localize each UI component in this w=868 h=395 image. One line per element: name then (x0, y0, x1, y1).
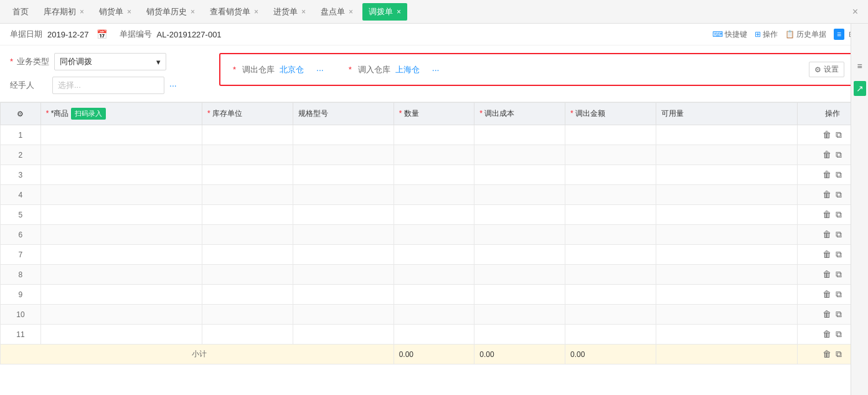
row-spec[interactable] (293, 205, 394, 225)
row-amount[interactable] (565, 205, 656, 225)
row-qty[interactable] (394, 225, 474, 245)
row-spec[interactable] (293, 305, 394, 325)
right-panel-export-icon[interactable]: ↗ (854, 81, 866, 96)
delete-icon[interactable]: 🗑 (821, 308, 833, 320)
copy-icon[interactable]: ⧉ (834, 188, 843, 201)
delete-icon[interactable]: 🗑 (821, 128, 833, 141)
tab-inventory-init-close[interactable]: × (80, 7, 84, 16)
row-spec[interactable] (293, 185, 394, 205)
tab-purchase-order[interactable]: 进货单 × (266, 0, 313, 24)
row-cost[interactable] (474, 125, 565, 145)
warehouse-out-value[interactable]: 北京仓 (280, 64, 304, 75)
scan-button[interactable]: 扫码录入 (71, 108, 106, 120)
delete-icon[interactable]: 🗑 (821, 268, 833, 280)
row-spec[interactable] (293, 225, 394, 245)
history-btn[interactable]: 📋 历史单据 (785, 29, 826, 40)
row-spec[interactable] (293, 145, 394, 165)
row-qty[interactable] (394, 145, 474, 165)
row-goods[interactable] (40, 245, 202, 265)
delete-icon[interactable]: 🗑 (821, 288, 833, 300)
copy-icon[interactable]: ⧉ (834, 308, 843, 321)
row-goods[interactable] (40, 185, 202, 205)
row-unit[interactable] (202, 225, 293, 245)
tab-view-sales[interactable]: 查看销货单 × (202, 0, 266, 24)
row-avail[interactable] (656, 145, 797, 165)
row-qty[interactable] (394, 165, 474, 185)
tab-inventory-init[interactable]: 库存期初 × (36, 0, 92, 24)
handler-more-btn[interactable]: ··· (169, 80, 177, 90)
row-spec[interactable] (293, 265, 394, 285)
row-avail[interactable] (656, 205, 797, 225)
row-unit[interactable] (202, 165, 293, 185)
delete-icon[interactable]: 🗑 (821, 228, 833, 240)
row-spec[interactable] (293, 165, 394, 185)
row-avail[interactable] (656, 225, 797, 245)
copy-icon[interactable]: ⧉ (834, 208, 843, 221)
row-goods[interactable] (40, 305, 202, 325)
row-unit[interactable] (202, 245, 293, 265)
copy-icon[interactable]: ⧉ (834, 168, 843, 181)
row-cost[interactable] (474, 225, 565, 245)
tab-home[interactable]: 首页 (5, 0, 36, 24)
row-avail[interactable] (656, 325, 797, 345)
row-unit[interactable] (202, 125, 293, 145)
row-unit[interactable] (202, 265, 293, 285)
row-goods[interactable] (40, 205, 202, 225)
row-spec[interactable] (293, 245, 394, 265)
row-avail[interactable] (656, 265, 797, 285)
delete-icon[interactable]: 🗑 (821, 208, 833, 221)
tab-sales-order-close[interactable]: × (127, 7, 131, 16)
row-amount[interactable] (565, 245, 656, 265)
row-unit[interactable] (202, 145, 293, 165)
row-avail[interactable] (656, 285, 797, 305)
row-qty[interactable] (394, 305, 474, 325)
handler-select[interactable]: 选择... (52, 77, 164, 94)
table-gear-icon[interactable]: ⚙ (17, 110, 24, 118)
copy-icon[interactable]: ⧉ (834, 328, 843, 341)
row-cost[interactable] (474, 245, 565, 265)
warehouse-out-more-btn[interactable]: ··· (316, 65, 324, 75)
row-avail[interactable] (656, 185, 797, 205)
list-view-icon[interactable]: ≡ (834, 29, 844, 40)
tab-sales-history[interactable]: 销货单历史 × (139, 0, 202, 24)
row-unit[interactable] (202, 285, 293, 305)
row-goods[interactable] (40, 285, 202, 305)
row-spec[interactable] (293, 125, 394, 145)
tab-view-sales-close[interactable]: × (254, 7, 258, 16)
delete-icon[interactable]: 🗑 (821, 188, 833, 201)
row-qty[interactable] (394, 185, 474, 205)
row-amount[interactable] (565, 305, 656, 325)
row-amount[interactable] (565, 225, 656, 245)
row-amount[interactable] (565, 165, 656, 185)
tab-transfer-close[interactable]: × (397, 7, 401, 16)
row-amount[interactable] (565, 185, 656, 205)
row-qty[interactable] (394, 265, 474, 285)
copy-icon[interactable]: ⧉ (834, 228, 843, 241)
row-goods[interactable] (40, 225, 202, 245)
row-cost[interactable] (474, 305, 565, 325)
row-avail[interactable] (656, 125, 797, 145)
settings-button[interactable]: ⚙ 设置 (809, 62, 844, 77)
row-qty[interactable] (394, 125, 474, 145)
row-cost[interactable] (474, 285, 565, 305)
delete-icon[interactable]: 🗑 (821, 328, 833, 340)
row-avail[interactable] (656, 305, 797, 325)
close-window-button[interactable]: × (852, 6, 863, 17)
row-unit[interactable] (202, 305, 293, 325)
row-cost[interactable] (474, 325, 565, 345)
tab-sales-history-close[interactable]: × (191, 7, 195, 16)
operations-btn[interactable]: ⊞ 操作 (755, 29, 778, 40)
row-unit[interactable] (202, 185, 293, 205)
row-unit[interactable] (202, 205, 293, 225)
tab-purchase-order-close[interactable]: × (301, 7, 306, 16)
tab-stocktake-close[interactable]: × (349, 7, 353, 16)
delete-icon[interactable]: 🗑 (821, 168, 833, 181)
row-goods[interactable] (40, 325, 202, 345)
row-amount[interactable] (565, 325, 656, 345)
copy-icon[interactable]: ⧉ (834, 288, 843, 301)
warehouse-in-more-btn[interactable]: ··· (432, 65, 440, 75)
tab-transfer[interactable]: 调拨单 × (362, 3, 407, 21)
copy-icon[interactable]: ⧉ (834, 248, 843, 261)
row-amount[interactable] (565, 125, 656, 145)
row-avail[interactable] (656, 165, 797, 185)
